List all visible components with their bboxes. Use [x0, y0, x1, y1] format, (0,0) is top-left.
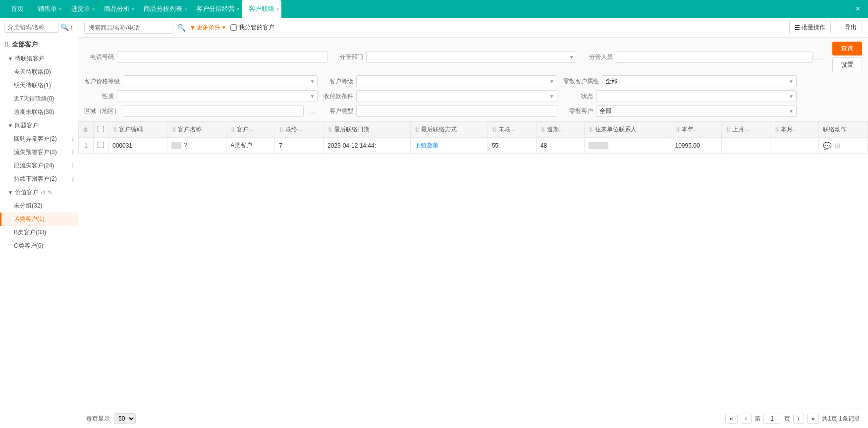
my-customers-filter[interactable]: 我分管的客户 [230, 23, 274, 32]
row-checkbox-cell[interactable] [94, 138, 108, 154]
sidebar-item-tomorrow[interactable]: 明天待联络(1) [0, 79, 78, 92]
th-last-method[interactable]: ⇅ 最后联络方式 [410, 122, 488, 138]
more-conditions-btn[interactable]: ▼ 更多条件 ▼ [190, 23, 226, 32]
th-contact[interactable]: ⇅ 联络... [275, 122, 324, 138]
page-size-select[interactable]: 50 [114, 413, 136, 424]
row-overdue: 48 [536, 138, 585, 154]
sidebar-item-churned[interactable]: 已流失客户(24) ℹ [0, 159, 78, 172]
main-layout: 🔍 ⟨ ⠿ 全部客户 ▼ 待联络客户 今天待联络(0) 明天待联络(1) 近7天… [0, 18, 868, 428]
phone-input[interactable] [117, 51, 327, 63]
nav-tab-customer-seg-close[interactable]: × [237, 6, 240, 12]
sidebar-item-overdue[interactable]: 逾期未联络(30) [0, 106, 78, 119]
my-customers-checkbox[interactable] [230, 24, 237, 31]
sidebar-group-value[interactable]: ▼ 价值客户 ↺ ✎ [0, 186, 78, 199]
unit-contact-placeholder [589, 142, 608, 149]
first-page-btn[interactable]: « [725, 414, 738, 424]
th-not-contacted[interactable]: ⇅ 未联... [488, 122, 536, 138]
payment-filter: 收付款条件 ▼ [324, 90, 557, 102]
th-checkbox[interactable] [94, 122, 108, 138]
last-page-btn[interactable]: » [807, 414, 819, 424]
row-unit-contact [585, 138, 671, 154]
export-btn[interactable]: ↑ 导出 [835, 21, 862, 34]
nature-select[interactable] [117, 90, 318, 102]
th-overdue[interactable]: ⇅ 逾期... [536, 122, 585, 138]
nav-tab-sales-close[interactable]: × [59, 6, 62, 12]
nav-tab-product-list-close[interactable]: × [184, 6, 187, 12]
row-checkbox[interactable] [98, 142, 104, 148]
sidebar-item-declining-label: 持续下滑客户(2) [14, 175, 57, 183]
th-current-year[interactable]: ⇅ 本年... [671, 122, 721, 138]
row-last-method[interactable]: 下销货单 [410, 138, 488, 154]
sidebar-item-class-c[interactable]: C类客户(6) [0, 239, 78, 253]
sidebar-item-churn-warning[interactable]: 流失预警客户(3) ℹ [0, 146, 78, 159]
retail-customer-select[interactable]: 全部 [596, 105, 797, 117]
sidebar-all-customers[interactable]: ⠿ 全部客户 [0, 37, 78, 52]
main-search-input[interactable] [84, 22, 173, 34]
region-input[interactable] [123, 105, 304, 117]
customer-level-select[interactable] [356, 75, 557, 87]
th-last-date[interactable]: ⇅ 最后联络日期 [323, 122, 410, 138]
sidebar-item-ungrouped[interactable]: 未分组(32) [0, 199, 78, 213]
th-name[interactable]: ⇅ 客户名称 [167, 122, 226, 138]
grid-icon[interactable]: ⊞ [834, 142, 840, 150]
sidebar-group-pending[interactable]: ▼ 待联络客户 [0, 52, 78, 65]
sidebar-item-7days[interactable]: 近7天待联络(0) [0, 92, 78, 106]
nav-tab-product-list[interactable]: 商品分析列表 × [137, 0, 189, 18]
batch-ops-btn[interactable]: ☰ 批量操作 [789, 21, 831, 34]
th-category[interactable]: ⇅ 客户... [226, 122, 275, 138]
customer-type-input[interactable] [356, 105, 557, 117]
manager-input[interactable] [616, 51, 813, 63]
sidebar-item-declining[interactable]: 持续下滑客户(2) ℹ [0, 172, 78, 186]
chat-icon[interactable]: 💬 [823, 142, 831, 150]
nav-tab-product-analysis-label: 商品分析 [104, 4, 130, 13]
setting-btn[interactable]: 设置 [832, 57, 862, 72]
query-btn[interactable]: 查询 [832, 42, 862, 55]
row-last-method-link[interactable]: 下销货单 [415, 142, 438, 149]
nav-tab-customer-contact-close[interactable]: × [276, 6, 279, 12]
chevron-down-icon: ▼ [221, 25, 226, 30]
table-container: ⚙ ⇅ 客户编码 [78, 121, 868, 409]
main-search-btn[interactable]: 🔍 [177, 24, 186, 32]
sidebar-item-class-a[interactable]: A类客户(1) [0, 213, 78, 226]
nav-tab-purchase-close[interactable]: × [92, 6, 95, 12]
next-page-btn[interactable]: › [793, 414, 804, 424]
refresh-icon[interactable]: ↺ [41, 189, 46, 196]
th-gear[interactable]: ⚙ [79, 122, 94, 138]
nav-tab-customer-seg[interactable]: 客户分层经营 × [189, 0, 242, 18]
price-level-select[interactable] [123, 75, 318, 87]
gear-icon[interactable]: ⚙ [83, 126, 88, 133]
sidebar-search-input[interactable] [4, 22, 58, 33]
sidebar-group-problem[interactable]: ▼ 问题客户 [0, 119, 78, 132]
sidebar-collapse-btn[interactable]: ⟨ [69, 23, 74, 31]
th-unit-contact[interactable]: ⇅ 往来单位联系人 [585, 122, 671, 138]
nav-tab-sales[interactable]: 销售单 × [31, 0, 64, 18]
th-name-sort-icon: ⇅ [171, 126, 176, 133]
manager-dots-btn[interactable]: … [815, 53, 826, 61]
sidebar-item-class-b[interactable]: B类客户(33) [0, 226, 78, 239]
select-all-checkbox[interactable] [98, 126, 104, 132]
content-area: 🔍 ▼ 更多条件 ▼ 我分管的客户 ☰ 批量操作 ↑ 导出 [78, 18, 868, 428]
window-close-btn[interactable]: × [852, 4, 864, 13]
edit-icon[interactable]: ✎ [48, 189, 53, 196]
sidebar-item-today[interactable]: 今天待联络(0) [0, 65, 78, 79]
th-last-month[interactable]: ⇅ 上月... [721, 122, 770, 138]
nav-tab-product-analysis[interactable]: 商品分析 × [97, 0, 137, 18]
sidebar-item-repurchase[interactable]: 回购异常客户(2) ℹ [0, 132, 78, 146]
retail-attr-select[interactable]: 全部 [602, 75, 797, 87]
th-this-month-label: 本月... [781, 125, 798, 134]
nav-home[interactable]: 首页 [4, 0, 31, 18]
page-number-input[interactable] [763, 414, 781, 424]
th-code[interactable]: ⇅ 客户编码 [108, 122, 167, 138]
region-dots-btn[interactable]: … [307, 107, 318, 115]
prev-page-btn[interactable]: ‹ [741, 414, 752, 424]
dept-select[interactable] [366, 51, 577, 63]
table-header-row: ⚙ ⇅ 客户编码 [79, 122, 868, 138]
status-select[interactable] [596, 90, 797, 102]
nav-tab-product-analysis-close[interactable]: × [132, 6, 135, 12]
th-this-month[interactable]: ⇅ 本月... [770, 122, 818, 138]
nav-tab-customer-contact[interactable]: 客户联络 × [242, 0, 281, 18]
nav-tab-purchase[interactable]: 进货单 × [64, 0, 97, 18]
customer-table: ⚙ ⇅ 客户编码 [78, 121, 868, 154]
sidebar-search-icon[interactable]: 🔍 [60, 23, 69, 31]
payment-select[interactable] [356, 90, 557, 102]
